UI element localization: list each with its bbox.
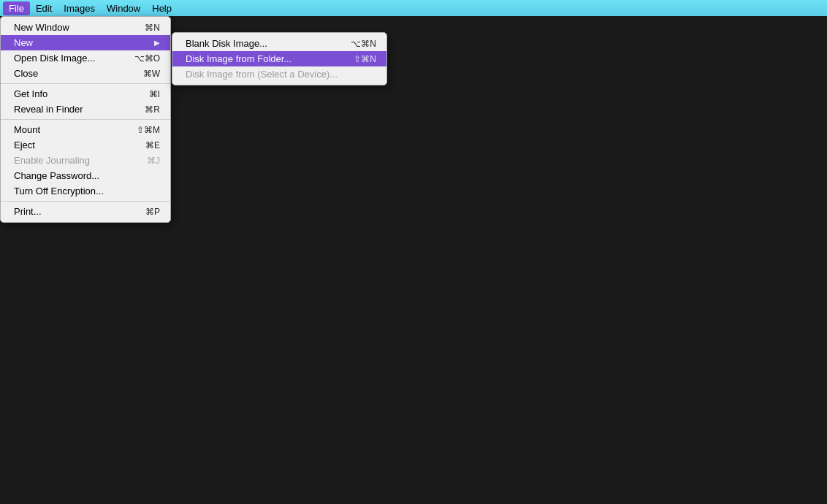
menu-item-close-shortcut: ⌘W [143,69,160,79]
submenu-disk-image-from-folder[interactable]: Disk Image from Folder... ⇧⌘N [172,51,386,66]
menu-item-change-password-label: Change Password... [14,170,99,181]
menu-item-reveal-in-finder[interactable]: Reveal in Finder ⌘R [1,102,170,117]
menubar-window[interactable]: Window [101,1,146,15]
menu-item-new-arrow: ▶ [154,39,160,47]
menu-item-enable-journaling-label: Enable Journaling [14,155,90,166]
menu-item-turn-off-encryption[interactable]: Turn Off Encryption... [1,183,170,199]
submenu-blank-disk-image-label: Blank Disk Image... [186,38,267,49]
menu-item-new-window-shortcut: ⌘N [145,23,160,33]
menu-item-enable-journaling-shortcut: ⌘J [147,156,160,166]
separator-1 [1,83,170,84]
menu-item-print[interactable]: Print... ⌘P [1,204,170,219]
menu-item-new-label: New [14,37,33,48]
menu-item-get-info[interactable]: Get Info ⌘I [1,86,170,102]
menubar: File Edit Images Window Help [0,0,827,16]
menu-item-close-label: Close [14,68,38,79]
menu-item-print-label: Print... [14,206,42,217]
menu-item-new-window-label: New Window [14,22,69,33]
submenu-disk-image-from-device: Disk Image from (Select a Device)... [172,66,386,82]
menu-item-mount-label: Mount [14,124,40,135]
menu-item-eject[interactable]: Eject ⌘E [1,137,170,153]
menu-item-mount[interactable]: Mount ⇧⌘M [1,122,170,137]
menu-item-reveal-in-finder-label: Reveal in Finder [14,104,83,115]
menubar-file[interactable]: File [3,1,30,15]
menu-item-enable-journaling: Enable Journaling ⌘J [1,153,170,168]
separator-2 [1,119,170,120]
menu-item-open-disk-image-label: Open Disk Image... [14,53,95,64]
menubar-images[interactable]: Images [58,1,101,15]
submenu-blank-disk-image[interactable]: Blank Disk Image... ⌥⌘N [172,36,386,51]
menu-item-close[interactable]: Close ⌘W [1,66,170,81]
menu-item-get-info-label: Get Info [14,88,47,99]
menu-item-eject-label: Eject [14,140,35,150]
menu-item-eject-shortcut: ⌘E [145,140,160,150]
menu-item-new[interactable]: New ▶ Blank Disk Image... ⌥⌘N Disk Image… [1,35,170,50]
menu-item-change-password[interactable]: Change Password... [1,168,170,183]
menu-item-open-disk-image-shortcut: ⌥⌘O [134,53,160,64]
menu-item-turn-off-encryption-label: Turn Off Encryption... [14,186,104,196]
separator-3 [1,201,170,202]
menu-item-open-disk-image[interactable]: Open Disk Image... ⌥⌘O [1,50,170,66]
submenu-disk-image-from-folder-label: Disk Image from Folder... [186,53,291,64]
menubar-help[interactable]: Help [146,1,178,15]
menu-item-mount-shortcut: ⇧⌘M [137,125,160,135]
menu-item-reveal-in-finder-shortcut: ⌘R [145,104,160,115]
submenu-disk-image-from-device-label: Disk Image from (Select a Device)... [186,69,338,80]
file-menu: New Window ⌘N New ▶ Blank Disk Image... … [0,16,171,223]
menu-item-new-window[interactable]: New Window ⌘N [1,20,170,35]
submenu-blank-disk-image-shortcut: ⌥⌘N [351,39,376,49]
menu-item-print-shortcut: ⌘P [145,207,160,217]
menu-item-get-info-shortcut: ⌘I [149,89,160,99]
menubar-edit[interactable]: Edit [30,1,58,15]
new-submenu: Blank Disk Image... ⌥⌘N Disk Image from … [172,32,387,85]
submenu-disk-image-from-folder-shortcut: ⇧⌘N [354,54,376,64]
